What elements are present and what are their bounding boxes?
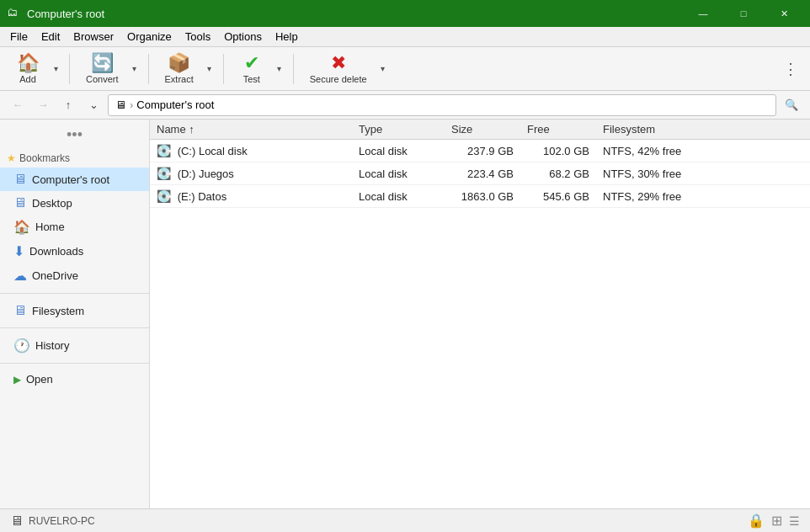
extract-icon: 📦: [168, 54, 190, 72]
extract-button[interactable]: 📦 Extract: [156, 51, 203, 88]
lock-icon[interactable]: 🔒: [748, 513, 765, 529]
toolbar-more-button[interactable]: ⋮: [778, 56, 803, 82]
desktop-icon: 🖥: [13, 195, 27, 210]
extract-dropdown[interactable]: ▾: [203, 51, 216, 88]
drive-e-type: Local disk: [352, 185, 445, 208]
window-controls: — □ ✕: [684, 0, 803, 27]
test-icon: ✔: [244, 54, 259, 72]
menu-tools[interactable]: Tools: [179, 29, 217, 45]
computer-root-icon: 🖥: [13, 172, 27, 187]
test-dropdown[interactable]: ▾: [273, 51, 286, 88]
menu-file[interactable]: File: [3, 29, 35, 45]
home-icon: 🏠: [13, 219, 30, 235]
file-list: Name ↑ Type Size Free Filesystem 💽 (C:) …: [150, 120, 810, 508]
menu-help[interactable]: Help: [269, 29, 305, 45]
downloads-icon: ⬇: [13, 243, 24, 259]
col-header-name[interactable]: Name ↑: [150, 120, 352, 140]
status-bar: 🖥 RUVELRO-PC 🔒 ⊞ ☰: [0, 508, 810, 532]
drive-c-free: 102.0 GB: [520, 140, 596, 162]
back-button[interactable]: ←: [7, 94, 29, 116]
toolbar-sep-1: [69, 54, 70, 84]
drive-e-free: 545.6 GB: [520, 185, 596, 208]
table-row[interactable]: 💽 (E:) Datos Local disk 1863.0 GB 545.6 …: [150, 185, 810, 208]
convert-dropdown[interactable]: ▾: [128, 51, 141, 88]
address-bar: ← → ↑ ⌄ 🖥 › Computer's root 🔍: [0, 91, 810, 120]
sidebar-item-home[interactable]: 🏠 Home: [0, 215, 149, 239]
title-bar: 🗂 Computer's root — □ ✕: [0, 0, 810, 27]
drive-d-name: (D:) Juegos: [178, 168, 234, 180]
col-header-type[interactable]: Type: [352, 120, 445, 140]
toolbar-sep-3: [223, 54, 224, 84]
close-button[interactable]: ✕: [765, 0, 803, 27]
convert-icon: 🔄: [91, 54, 114, 72]
sidebar-item-desktop[interactable]: 🖥 Desktop: [0, 191, 149, 215]
menu-edit[interactable]: Edit: [35, 29, 67, 45]
onedrive-icon: ☁: [13, 268, 27, 284]
test-button-group: ✔ Test ▾: [231, 51, 286, 88]
sidebar-item-filesystem[interactable]: 🖥 Filesystem: [0, 299, 149, 322]
open-icon: ▶: [13, 374, 21, 386]
secure-delete-button[interactable]: ✖ Secure delete: [301, 51, 376, 88]
add-button[interactable]: 🏠 Add: [7, 51, 49, 88]
test-button[interactable]: ✔ Test: [231, 51, 273, 88]
col-header-filesystem[interactable]: Filesystem: [596, 120, 810, 140]
menu-options[interactable]: Options: [217, 29, 269, 45]
menu-organize[interactable]: Organize: [120, 29, 179, 45]
convert-button-group: 🔄 Convert ▾: [77, 51, 141, 88]
table-row[interactable]: 💽 (C:) Local disk Local disk 237.9 GB 10…: [150, 140, 810, 162]
convert-button[interactable]: 🔄 Convert: [77, 51, 128, 88]
col-header-size[interactable]: Size: [445, 120, 520, 140]
history-dropdown-button[interactable]: ⌄: [83, 94, 104, 116]
path-separator: ›: [130, 98, 133, 111]
drive-icon-c: 💽: [157, 144, 171, 157]
sidebar-item-downloads[interactable]: ⬇ Downloads: [0, 239, 149, 263]
main-area: ••• ★ Bookmarks 🖥 Computer's root 🖥 Desk…: [0, 120, 810, 508]
drive-c-type: Local disk: [352, 140, 445, 162]
sidebar-divider-2: [0, 327, 149, 328]
sidebar-divider-1: [0, 293, 149, 294]
list-view-icon[interactable]: ☰: [789, 514, 800, 528]
extract-label: Extract: [165, 74, 194, 84]
drive-c-size: 237.9 GB: [445, 140, 520, 162]
sidebar-more[interactable]: •••: [0, 123, 149, 147]
drive-d-fs: NTFS, 30% free: [596, 162, 810, 185]
drive-d-free: 68.2 GB: [520, 162, 596, 185]
toolbar-sep-4: [293, 54, 294, 84]
sidebar-item-history[interactable]: 🕐 History: [0, 333, 149, 358]
drive-c-name: (C:) Local disk: [178, 145, 248, 157]
search-button[interactable]: 🔍: [780, 94, 803, 116]
toolbar: 🏠 Add ▾ 🔄 Convert ▾ 📦 Extract ▾ ✔ Test ▾: [0, 47, 810, 91]
forward-button[interactable]: →: [32, 94, 54, 116]
minimize-button[interactable]: —: [684, 0, 722, 27]
secure-delete-dropdown[interactable]: ▾: [376, 51, 390, 88]
secure-delete-button-group: ✖ Secure delete ▾: [301, 51, 390, 88]
sidebar-item-computers-root[interactable]: 🖥 Computer's root: [0, 168, 149, 191]
add-dropdown[interactable]: ▾: [49, 51, 62, 88]
bookmark-star-icon: ★: [7, 152, 16, 164]
status-right: 🔒 ⊞ ☰: [748, 513, 800, 529]
sidebar: ••• ★ Bookmarks 🖥 Computer's root 🖥 Desk…: [0, 120, 150, 508]
status-computer-label: RUVELRO-PC: [29, 515, 95, 527]
maximize-button[interactable]: □: [724, 0, 763, 27]
drive-d-type: Local disk: [352, 162, 445, 185]
drive-icon-d: 💽: [157, 167, 171, 180]
add-icon: 🏠: [17, 54, 40, 72]
drive-e-name: (E:) Datos: [178, 190, 227, 203]
filesystem-icon: 🖥: [13, 303, 27, 318]
grid-view-icon[interactable]: ⊞: [771, 513, 782, 529]
drive-icon-e: 💽: [157, 189, 171, 203]
col-header-free[interactable]: Free: [520, 120, 596, 140]
sidebar-item-onedrive[interactable]: ☁ OneDrive: [0, 263, 149, 288]
secure-delete-label: Secure delete: [310, 74, 367, 84]
up-button[interactable]: ↑: [57, 94, 79, 116]
window-title: Computer's root: [27, 8, 684, 20]
table-row[interactable]: 💽 (D:) Juegos Local disk 223.4 GB 68.2 G…: [150, 162, 810, 185]
sidebar-item-open[interactable]: ▶ Open: [0, 369, 149, 390]
convert-label: Convert: [86, 74, 119, 84]
menu-browser[interactable]: Browser: [67, 29, 120, 45]
drive-e-fs: NTFS, 29% free: [596, 185, 810, 208]
toolbar-sep-2: [148, 54, 149, 84]
test-label: Test: [243, 74, 260, 84]
address-path[interactable]: 🖥 › Computer's root: [108, 94, 776, 116]
drive-c-fs: NTFS, 42% free: [596, 140, 810, 162]
